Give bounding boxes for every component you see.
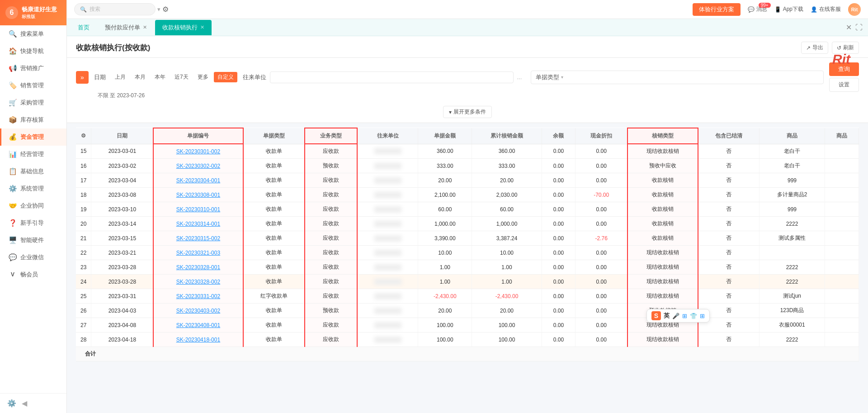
cell-cancel-type: 现结收款核销: [627, 289, 698, 304]
app-icon: 📱: [774, 6, 781, 13]
solution-button[interactable]: 体验行业方案: [693, 3, 741, 16]
cell-bill-type: 收款单: [243, 304, 305, 318]
bill-no-link[interactable]: SK-20230302-002: [176, 163, 220, 169]
app-download-button[interactable]: 📱 App下载: [774, 5, 803, 13]
cell-no: 27: [76, 318, 91, 332]
sidebar-item-system[interactable]: ⚙️ 系统管理: [0, 180, 66, 197]
sidebar-item-search[interactable]: 🔍 搜索菜单: [0, 25, 66, 43]
sidebar-item-wechat[interactable]: 💬 企业微信: [0, 249, 66, 266]
sidebar-item-hardware[interactable]: 🖥️ 智能硬件: [0, 232, 66, 249]
sidebar-item-member[interactable]: V 畅会员: [0, 266, 66, 283]
cell-product: 2222: [759, 260, 825, 275]
settings-bottom-icon[interactable]: ⚙️: [7, 399, 16, 408]
bill-no-link[interactable]: SK-20230328-001: [176, 264, 220, 271]
date-custom[interactable]: 自定义: [214, 72, 237, 82]
sidebar-item-label: 畅会员: [20, 271, 38, 279]
cell-include-settled: 否: [698, 260, 759, 275]
sidebar-item-finance[interactable]: 💰 资金管理: [0, 128, 66, 146]
th-product: 商品: [759, 128, 825, 144]
bill-no-link[interactable]: SK-20230321-003: [176, 250, 220, 256]
date-last-month[interactable]: 上月: [111, 72, 129, 82]
brand-mic-icon: 🎤: [672, 313, 679, 319]
bill-no-link[interactable]: SK-20230314-001: [176, 221, 220, 227]
bill-no-link[interactable]: SK-20230310-001: [176, 206, 220, 213]
cell-date: 2023-03-02: [91, 159, 154, 173]
table-wrap[interactable]: ⚙ 日期 单据编号 单据类型 业务类型 往来单位 单据金额 累计核销金额 余额 …: [67, 123, 868, 413]
cell-date: 2023-03-04: [91, 173, 154, 188]
dropdown-arrow-icon[interactable]: ▾: [157, 6, 160, 13]
sidebar-item-purchase[interactable]: 🛒 采购管理: [0, 94, 66, 111]
bill-no-link[interactable]: SK-20230328-002: [176, 279, 220, 285]
table-row: 22 2023-03-21 SK-20230321-003 收款单 应收款 ██…: [76, 246, 859, 260]
sidebar: 6 畅康道好生意 标推版 🔍 搜索菜单 🏠 快捷导航 📢 营销推广 🏷️ 销售管…: [0, 0, 67, 413]
cell-cancel-amount: 3,387.24: [472, 231, 542, 246]
sidebar-item-inventory[interactable]: 📦 库存核算: [0, 111, 66, 128]
messages-button[interactable]: 💬 消息 99+: [748, 5, 767, 13]
cell-biz-type: 应收款: [305, 318, 357, 332]
online-service-button[interactable]: 👤 在线客服: [811, 5, 841, 13]
bill-no-link[interactable]: SK-20230308-001: [176, 192, 220, 198]
sidebar-item-basic[interactable]: 📋 基础信息: [0, 163, 66, 180]
sidebar-item-enterprise[interactable]: 🤝 企业协同: [0, 197, 66, 214]
rit-label: Rit: [832, 52, 850, 67]
cell-bill-no: SK-20230328-002: [153, 275, 243, 289]
date-this-month[interactable]: 本月: [131, 72, 149, 82]
expand-more-button[interactable]: ▾ 展开更多条件: [443, 106, 492, 118]
sidebar-item-operations[interactable]: 📊 经营管理: [0, 146, 66, 163]
prepayment-tab-close[interactable]: ✕: [143, 24, 147, 30]
cell-amount: 1.00: [418, 275, 472, 289]
th-include-settled: 包含已结清: [698, 128, 759, 144]
sidebar-item-guide[interactable]: ❓ 新手引导: [0, 214, 66, 232]
cell-amount: 60.00: [418, 202, 472, 217]
collapse-icon[interactable]: ◀: [22, 399, 27, 408]
collection-tab-label: 收款核销执行: [162, 24, 198, 32]
partner-input[interactable]: [270, 71, 514, 83]
date-7days[interactable]: 近7天: [171, 72, 192, 82]
collection-tab-close[interactable]: ✕: [200, 24, 204, 30]
cell-cash-discount: 0.00: [576, 275, 627, 289]
bill-no-link[interactable]: SK-20230304-001: [176, 177, 220, 184]
expand-more-wrap: ▾ 展开更多条件: [76, 102, 859, 118]
sidebar-item-marketing[interactable]: 📢 营销推广: [0, 60, 66, 77]
bill-no-link[interactable]: SK-20230403-002: [176, 308, 220, 314]
cell-cancel-amount: 20.00: [472, 173, 542, 188]
bill-no-link[interactable]: SK-20230418-001: [176, 337, 220, 343]
date-this-year[interactable]: 本年: [151, 72, 169, 82]
bill-no-link[interactable]: SK-20230408-001: [176, 322, 220, 328]
export-button[interactable]: ↗ 导出: [801, 42, 828, 54]
search-placeholder: 搜索: [90, 5, 100, 13]
bill-type-filter[interactable]: 单据类型 ▾: [531, 71, 824, 84]
cell-product: 老白干: [759, 159, 825, 173]
table-footer: 合计: [76, 347, 859, 361]
search-box[interactable]: 🔍 搜索: [74, 3, 156, 15]
tab-home[interactable]: 首页: [71, 20, 97, 35]
tab-prepayment[interactable]: 预付款应付单 ✕: [98, 20, 154, 35]
filter-toggle-button[interactable]: »: [76, 71, 89, 84]
cell-amount: 20.00: [418, 304, 472, 318]
col-settings-icon[interactable]: ⚙: [81, 133, 86, 139]
service-icon: 👤: [811, 6, 817, 13]
tabbar-expand-icon[interactable]: ⛶: [854, 22, 864, 33]
cell-biz-type: 应收款: [305, 188, 357, 202]
cell-cash-discount: -70.00: [576, 188, 627, 202]
date-more[interactable]: 更多: [194, 72, 212, 82]
user-avatar[interactable]: Rit: [848, 3, 861, 16]
th-biz-type: 业务类型: [305, 128, 357, 144]
cell-cancel-amount: 360.00: [472, 144, 542, 159]
cell-bill-type: 收款单: [243, 246, 305, 260]
cell-partner: ██████: [357, 332, 418, 347]
tab-collection[interactable]: 收款核销执行 ✕: [155, 20, 212, 35]
cell-biz-type: 应收款: [305, 217, 357, 231]
bill-no-link[interactable]: SK-20230331-002: [176, 293, 220, 299]
gear-icon[interactable]: ⚙: [162, 5, 169, 14]
bill-no-link[interactable]: SK-20230315-002: [176, 235, 220, 242]
home-tab-label: 首页: [78, 24, 90, 32]
sidebar-item-shortcuts[interactable]: 🏠 快捷导航: [0, 43, 66, 60]
settings-button[interactable]: 设置: [829, 78, 859, 92]
sidebar-item-sales[interactable]: 🏷️ 销售管理: [0, 77, 66, 94]
cell-bill-no: SK-20230331-002: [153, 289, 243, 304]
th-gear[interactable]: ⚙: [76, 128, 91, 144]
cell-no: 18: [76, 188, 91, 202]
tabbar-close-icon[interactable]: ✕: [844, 21, 854, 33]
bill-no-link[interactable]: SK-20230301-002: [176, 148, 220, 155]
